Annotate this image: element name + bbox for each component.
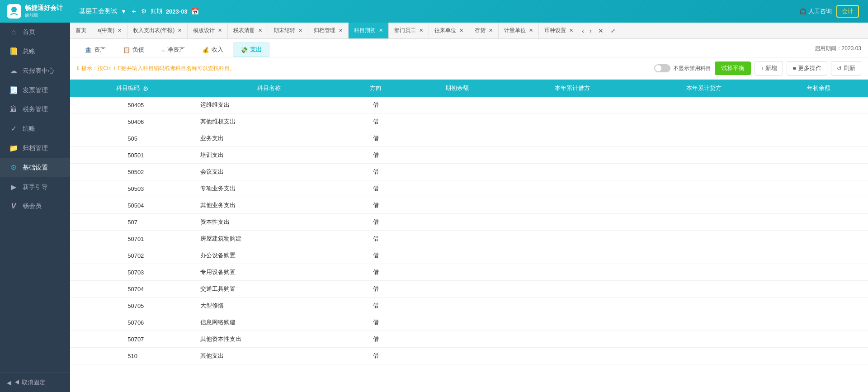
- settings-icon[interactable]: ⚙: [141, 8, 147, 15]
- cell-opening: [408, 247, 506, 264]
- sub-tab-liability[interactable]: 📋 负债: [115, 43, 152, 57]
- tab-template[interactable]: 模版设计 ✕: [188, 23, 228, 38]
- settings-sidebar-icon: ⚙: [9, 163, 18, 172]
- toggle-disabled-subjects[interactable]: [654, 64, 670, 72]
- cell-year-start: [770, 348, 868, 364]
- table-row[interactable]: 50703 专用设备购置 借: [70, 264, 868, 281]
- sub-tab-expenditure[interactable]: 💸 支出: [233, 43, 269, 57]
- tab-nav-prev[interactable]: ‹: [579, 23, 587, 38]
- tab-department[interactable]: 部门员工 ✕: [389, 23, 429, 38]
- tab-currency[interactable]: 币种设置 ✕: [539, 23, 579, 38]
- customer-service-button[interactable]: 🎧 人工咨询: [799, 7, 832, 15]
- table-row[interactable]: 50704 交通工具购置 借: [70, 281, 868, 298]
- hint-icon: ℹ: [77, 65, 79, 71]
- cell-direction: 借: [344, 130, 408, 147]
- tab-period-end-close[interactable]: ✕: [298, 28, 302, 33]
- company-dropdown[interactable]: ▼: [121, 8, 127, 15]
- tab-unit[interactable]: 计量单位 ✕: [499, 23, 539, 38]
- sidebar-item-settings[interactable]: ⚙ 基础设置: [0, 158, 70, 177]
- tab-counterpart-label: 往来单位: [434, 27, 456, 34]
- tab-currency-close[interactable]: ✕: [569, 28, 573, 33]
- cell-code: 50406: [70, 113, 195, 130]
- sidebar-item-guide[interactable]: ▶ 新手引导: [0, 177, 70, 197]
- tab-archive-close[interactable]: ✕: [339, 28, 343, 33]
- tab-department-close[interactable]: ✕: [419, 28, 423, 33]
- table-row[interactable]: 507 资本性支出 借: [70, 214, 868, 231]
- tab-expand[interactable]: ⤢: [607, 23, 619, 38]
- cell-ytd-credit: [638, 247, 769, 264]
- more-button[interactable]: ≡ 更多操作: [787, 61, 827, 76]
- cell-ytd-credit: [638, 298, 769, 314]
- table-row[interactable]: 50501 培训支出 借: [70, 147, 868, 164]
- table-row[interactable]: 50701 房屋建筑物购建 借: [70, 231, 868, 247]
- cell-ytd-debit: [506, 247, 638, 264]
- cell-code: 50501: [70, 147, 195, 164]
- logo-area: 畅捷通好会计 旗舰版: [5, 4, 75, 19]
- tab-mid-close[interactable]: ✕: [118, 28, 122, 33]
- tab-unit-close[interactable]: ✕: [529, 28, 533, 33]
- sidebar-item-archive[interactable]: 📁 归档管理: [0, 138, 70, 158]
- tab-close-all[interactable]: ✕: [594, 23, 607, 38]
- cell-code: 50502: [70, 164, 195, 180]
- tab-inventory-close[interactable]: ✕: [489, 28, 493, 33]
- sidebar-item-invoice[interactable]: 🧾 发票管理: [0, 80, 70, 100]
- table-row[interactable]: 50502 会议支出 借: [70, 164, 868, 180]
- col-ytd-credit: 本年累计贷方: [638, 80, 769, 97]
- cell-direction: 借: [344, 231, 408, 247]
- header-middle: 基层工会测试 ▼ ＋ ⚙ 账期 2023-03 📅: [75, 7, 799, 16]
- checkout-icon: ✓: [9, 124, 18, 133]
- tab-nav-next[interactable]: ›: [587, 23, 594, 38]
- table-row[interactable]: 50503 专项业务支出 借: [70, 180, 868, 197]
- cell-opening: [408, 197, 506, 214]
- sub-tab-income[interactable]: 💰 收入: [194, 43, 231, 57]
- col-settings-icon[interactable]: ⚙: [143, 85, 149, 92]
- customer-service-label: 人工咨询: [808, 7, 832, 15]
- sidebar-item-checkout[interactable]: ✓ 结账: [0, 119, 70, 138]
- sidebar-item-ledger[interactable]: 📒 总账: [0, 42, 70, 61]
- tab-archive[interactable]: 归档管理 ✕: [308, 23, 349, 38]
- cell-name: 业务支出: [195, 130, 344, 147]
- add-button[interactable]: + 新增: [755, 61, 783, 76]
- tab-mid[interactable]: ε(中期) ✕: [92, 23, 127, 38]
- tab-income-close[interactable]: ✕: [178, 28, 182, 33]
- cell-ytd-credit: [638, 331, 769, 348]
- sidebar-collapse-button[interactable]: ◀ ◀ 取消固定: [0, 373, 70, 392]
- tab-period-end[interactable]: 期末结转 ✕: [268, 23, 308, 38]
- table-row[interactable]: 505 业务支出 借: [70, 130, 868, 147]
- table-row[interactable]: 50706 信息网络购建 借: [70, 314, 868, 331]
- tab-tax-close[interactable]: ✕: [258, 28, 262, 33]
- sidebar-item-tax[interactable]: 🏛 税务管理: [0, 100, 70, 119]
- tab-home[interactable]: 首页: [70, 23, 92, 38]
- cell-ytd-debit: [506, 264, 638, 281]
- sidebar-item-cloud-report[interactable]: ☁ 云报表中心: [0, 61, 70, 80]
- sidebar-item-member[interactable]: V 畅会员: [0, 197, 70, 216]
- tab-inventory[interactable]: 存货 ✕: [469, 23, 499, 38]
- calendar-icon[interactable]: 📅: [191, 8, 199, 15]
- table-row[interactable]: 50406 其他维权支出 借: [70, 113, 868, 130]
- sidebar-item-home[interactable]: ⌂ 首页: [0, 23, 70, 42]
- refresh-button[interactable]: ↺ 刷新: [831, 61, 861, 76]
- tab-template-close[interactable]: ✕: [218, 28, 222, 33]
- sub-tab-asset[interactable]: 🏦 资产: [77, 43, 113, 57]
- table-row[interactable]: 50405 运维维支出 借: [70, 97, 868, 113]
- account-button[interactable]: 会计: [836, 5, 859, 18]
- table-row[interactable]: 50702 办公设备购置 借: [70, 247, 868, 264]
- tab-income[interactable]: 收入支出表(年报) ✕: [127, 23, 188, 38]
- income-icon: 💰: [202, 47, 209, 53]
- table-row[interactable]: 50707 其他资本性支出 借: [70, 331, 868, 348]
- sub-tab-net-asset[interactable]: ≡ 净资产: [154, 43, 193, 57]
- calc-balance-button[interactable]: 试算平衡: [715, 61, 751, 75]
- cell-ytd-credit: [638, 281, 769, 298]
- cell-opening: [408, 97, 506, 113]
- tab-subject-init-close[interactable]: ✕: [379, 28, 383, 33]
- cell-ytd-credit: [638, 197, 769, 214]
- tab-counterpart-close[interactable]: ✕: [459, 28, 463, 33]
- tab-counterpart[interactable]: 往来单位 ✕: [429, 23, 469, 38]
- table-row[interactable]: 50504 其他业务支出 借: [70, 197, 868, 214]
- tab-tax[interactable]: 税表清册 ✕: [228, 23, 268, 38]
- cell-ytd-debit: [506, 214, 638, 231]
- add-company-button[interactable]: ＋: [130, 7, 137, 16]
- table-row[interactable]: 510 其他支出 借: [70, 348, 868, 364]
- tab-subject-init[interactable]: 科目期初 ✕: [349, 23, 389, 38]
- table-row[interactable]: 50705 大型修缮 借: [70, 298, 868, 314]
